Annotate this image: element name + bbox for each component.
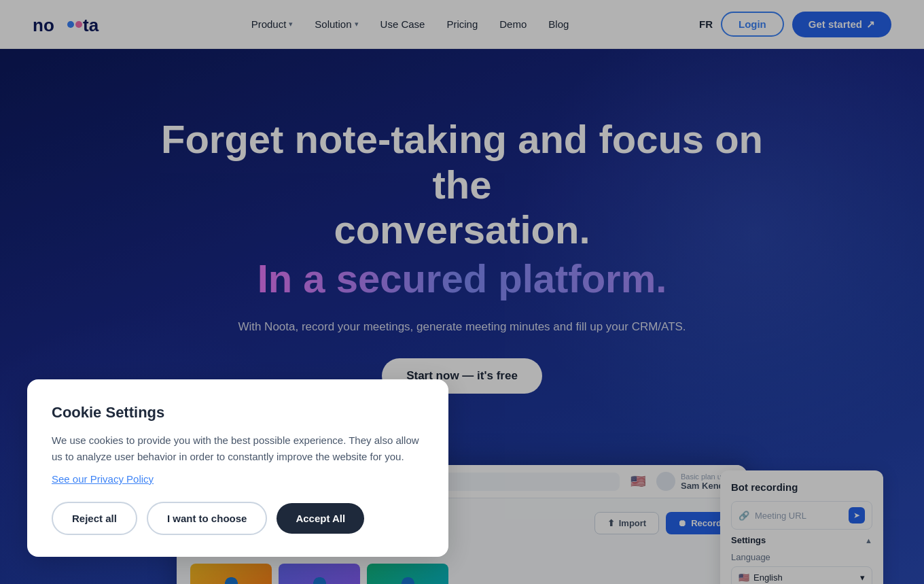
cookie-dialog: Cookie Settings We use cookies to provid… [27, 379, 448, 557]
cookie-title: Cookie Settings [52, 404, 424, 422]
accept-all-button[interactable]: Accept All [277, 503, 364, 534]
cookie-actions: Reject all I want to choose Accept All [52, 502, 424, 535]
cookie-body: We use cookies to provide you with the b… [52, 432, 424, 465]
choose-button[interactable]: I want to choose [147, 502, 268, 535]
reject-all-button[interactable]: Reject all [52, 502, 137, 535]
privacy-policy-link[interactable]: See our Privacy Policy [52, 473, 154, 485]
cookie-overlay: Cookie Settings We use cookies to provid… [0, 0, 924, 584]
